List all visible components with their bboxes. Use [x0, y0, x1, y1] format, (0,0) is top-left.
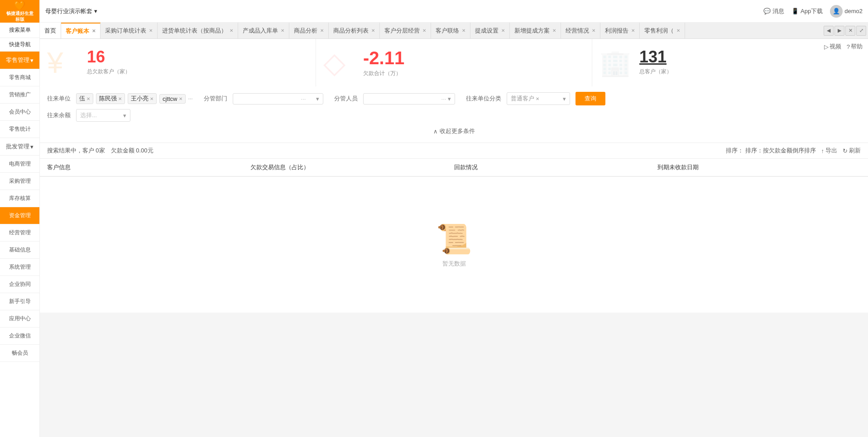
- tab-purchase-close[interactable]: ✕: [149, 28, 153, 33]
- app-download-btn[interactable]: 📱 App下载: [791, 7, 823, 15]
- sidebar-item-purchase[interactable]: 采购管理: [0, 173, 39, 190]
- table-body: 📜 暂无数据: [40, 177, 868, 313]
- tab-cost-in[interactable]: 产成品入库单 ✕: [238, 23, 289, 39]
- tab-customer-segment-close[interactable]: ✕: [422, 28, 426, 33]
- filter-section: 往来单位 伍 ✕ 陈民强 ✕ 王小亮 ✕ cjttcw: [40, 86, 868, 143]
- help-btn[interactable]: ? 帮助: [847, 43, 863, 51]
- account-dropdown[interactable]: 母婴行业演示帐套 ▾: [45, 7, 97, 15]
- tab-promotion-settings-label: 提成设置: [475, 27, 499, 35]
- tab-profit-report[interactable]: 利润报告 ✕: [600, 23, 640, 39]
- video-btn[interactable]: ▷ 视频: [824, 43, 841, 51]
- sidebar-item-finance[interactable]: 资金管理: [0, 207, 39, 224]
- sidebar-item-marketing[interactable]: 营销推广: [0, 86, 39, 104]
- tabbar: 首页 客户账本 ✕ 采购订单统计表 ✕ 进货单统计表（按商品） ✕ 产成品入库单…: [40, 23, 868, 39]
- username-label: demo2: [844, 8, 863, 14]
- sidebar-item-quick-nav[interactable]: 快捷导航: [0, 38, 39, 52]
- tab-operation[interactable]: 经营情况 ✕: [561, 23, 600, 39]
- sidebar-item-wholesale-mgmt[interactable]: 批发管理 ▾: [0, 138, 39, 156]
- sidebar-item-retail-mgmt[interactable]: 零售管理 ▾: [0, 52, 39, 69]
- sidebar-item-ecommerce[interactable]: 电商管理: [0, 156, 39, 173]
- sidebar-item-wholesale-label: 批发管理: [6, 142, 29, 151]
- filter-more-btn[interactable]: ···: [188, 95, 193, 102]
- result-actions: 排序： 排序：按欠款金额倒序排序 ↑ 导出 ↻ 刷新: [726, 147, 861, 155]
- export-btn[interactable]: ↑ 导出: [821, 147, 838, 155]
- tab-new-promotion[interactable]: 新增提成方案 ✕: [510, 23, 561, 39]
- filter-tag-wu-close[interactable]: ✕: [86, 96, 90, 101]
- filter-person-select[interactable]: ··· ▾: [363, 93, 456, 104]
- filter-tag-cjttcw: cjttcw ✕: [159, 94, 186, 104]
- user-avatar-area[interactable]: 👤 demo2: [830, 5, 863, 18]
- filter-tag-wu-label: 伍: [79, 95, 85, 103]
- customer-count: 0家: [96, 147, 105, 154]
- stat-total-customers-value: 16: [87, 48, 105, 66]
- tab-goods-analysis-close[interactable]: ✕: [320, 28, 324, 33]
- tab-home[interactable]: 首页: [40, 23, 61, 39]
- tab-new-promotion-close[interactable]: ✕: [552, 28, 556, 33]
- tab-goods-analysis-list[interactable]: 商品分析列表 ✕: [329, 23, 380, 39]
- filter-unit-label: 往来单位: [47, 95, 71, 103]
- tab-promotion-settings[interactable]: 提成设置 ✕: [470, 23, 510, 39]
- tab-goods-analysis[interactable]: 商品分析 ✕: [289, 23, 329, 39]
- tab-cost-in-close[interactable]: ✕: [281, 28, 284, 33]
- sidebar-item-inventory[interactable]: 库存核算: [0, 190, 39, 207]
- sidebar-item-enterprise-wechat[interactable]: 企业微信: [0, 328, 39, 345]
- tab-promotion-settings-close[interactable]: ✕: [501, 28, 505, 33]
- tab-purchase-order[interactable]: 采购订单统计表 ✕: [101, 23, 158, 39]
- tab-expand-btn[interactable]: ⤢: [856, 26, 866, 36]
- tab-profit-report-close[interactable]: ✕: [631, 28, 635, 33]
- tab-goods-in[interactable]: 进货单统计表（按商品） ✕: [158, 23, 238, 39]
- stat-bg-diamond-icon: ◇: [323, 46, 345, 80]
- sidebar-item-retail-mall[interactable]: 零售商城: [0, 69, 39, 86]
- sidebar-item-retail-stats[interactable]: 零售统计: [0, 121, 39, 138]
- tab-goods-in-close[interactable]: ✕: [230, 28, 233, 33]
- stat-total-customers-label: 总欠款客户（家）: [87, 68, 130, 76]
- sort-prefix: 排序：: [726, 147, 743, 154]
- filter-tag-wu: 伍 ✕: [76, 93, 93, 104]
- tab-customer-contact-label: 客户联络: [436, 27, 459, 35]
- chevron-down-icon-2: ▾: [30, 143, 34, 150]
- query-button[interactable]: 查询: [575, 92, 605, 105]
- sidebar-item-basic-info[interactable]: 基础信息: [0, 242, 39, 259]
- tab-goods-analysis-list-close[interactable]: ✕: [371, 28, 375, 33]
- sidebar-item-new-guide[interactable]: 新手引导: [0, 293, 39, 310]
- filter-dept-select[interactable]: ··· ▾: [233, 93, 323, 104]
- tab-next-btn[interactable]: ▶: [834, 26, 844, 36]
- tab-collapse-btn[interactable]: ✕: [845, 26, 855, 36]
- tab-customer-contact-close[interactable]: ✕: [462, 28, 465, 33]
- filter-dept-dots: ···: [301, 95, 306, 102]
- tab-prev-btn[interactable]: ◀: [824, 26, 834, 36]
- video-label: 视频: [830, 43, 841, 51]
- messages-btn[interactable]: 💬 消息: [763, 7, 784, 15]
- sidebar-item-retail-mgmt-label: 零售管理: [6, 56, 29, 64]
- sidebar-item-enterprise-coop[interactable]: 企业协同: [0, 276, 39, 293]
- tab-customer-segment[interactable]: 客户分层经营 ✕: [380, 23, 431, 39]
- tab-account[interactable]: 客户账本 ✕: [61, 23, 101, 39]
- filter-tag-wang-close[interactable]: ✕: [150, 96, 153, 101]
- tab-account-close[interactable]: ✕: [92, 28, 96, 33]
- tab-retail-profit[interactable]: 零售利润（ ✕: [640, 23, 685, 39]
- sidebar-item-search[interactable]: 搜索菜单: [0, 23, 39, 38]
- unit-category-close[interactable]: ✕: [536, 96, 539, 101]
- sidebar-item-member-center[interactable]: 会员中心: [0, 104, 39, 121]
- tab-operation-close[interactable]: ✕: [592, 28, 595, 33]
- filter-unit-category-select[interactable]: 普通客户 ✕ ▾: [507, 92, 570, 105]
- sort-value[interactable]: 排序：按欠款金额倒序排序: [745, 147, 816, 155]
- sidebar-item-ops[interactable]: 经营管理: [0, 224, 39, 242]
- stat-bg-yuan-icon: ¥: [47, 46, 63, 80]
- collapse-btn[interactable]: ∧ 收起更多条件: [432, 125, 477, 137]
- sidebar-item-vip-member[interactable]: 畅会员: [0, 345, 39, 362]
- stat-debt-label: 欠款合计（万）: [363, 70, 401, 77]
- filter-balance-select[interactable]: 选择... ▾: [76, 109, 130, 122]
- page-content: ¥ 16 总欠款客户（家） ◇ -2.11 欠款合计（万） 🏢 131 总客户（…: [40, 39, 868, 437]
- filter-tag-cjttcw-close[interactable]: ✕: [179, 96, 182, 101]
- sidebar-item-app-center[interactable]: 应用中心: [0, 310, 39, 328]
- refresh-btn[interactable]: ↻ 刷新: [843, 147, 861, 155]
- tab-customer-contact[interactable]: 客户联络 ✕: [431, 23, 470, 39]
- stat-total-customers2-value[interactable]: 131: [639, 48, 667, 66]
- tab-retail-profit-close[interactable]: ✕: [676, 28, 680, 33]
- table-header: 客户信息 欠款交易信息（占比） 回款情况 到期未收款日期: [40, 159, 868, 177]
- sidebar-item-sys[interactable]: 系统管理: [0, 259, 39, 276]
- filter-row-1: 往来单位 伍 ✕ 陈民强 ✕ 王小亮 ✕ cjttcw: [47, 92, 861, 105]
- filter-tag-chen-close[interactable]: ✕: [118, 96, 122, 101]
- result-info: 搜索结果中，客户 0家 欠款金额 0.00元: [47, 147, 153, 155]
